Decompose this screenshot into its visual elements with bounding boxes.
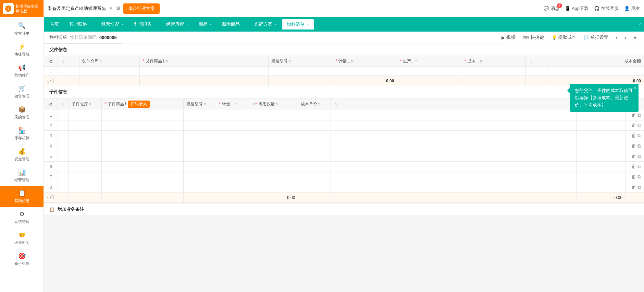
nav-close-all[interactable]: × <box>637 22 643 27</box>
child-cell-price[interactable] <box>298 172 331 182</box>
child-cell-spec[interactable] <box>183 110 216 120</box>
child-cell-qty[interactable] <box>249 182 298 192</box>
child-cell-warehouse[interactable] <box>69 151 102 162</box>
tab-add-goods[interactable]: 新增商品 × <box>217 19 249 30</box>
child-cell-goods[interactable] <box>101 162 183 172</box>
app-download-item[interactable]: 📱 App下载 <box>565 5 589 12</box>
tab-goods[interactable]: 商品 × <box>194 19 216 30</box>
child-cell-unit[interactable] <box>216 110 249 120</box>
child-cell-unit[interactable] <box>216 151 249 162</box>
video-btn[interactable]: ▶ 视频 <box>499 33 517 42</box>
child-cell-price[interactable] <box>298 182 331 192</box>
child-cell-price[interactable] <box>298 120 331 131</box>
sidebar-item-collab[interactable]: 🤝 企业协同 <box>0 228 44 249</box>
child-cell-spec[interactable] <box>183 151 216 162</box>
sidebar-item-quicknav[interactable]: ⚡ 快捷导航 <box>0 39 44 60</box>
child-cell-qty[interactable] <box>249 151 298 162</box>
parent-cell-spec[interactable] <box>268 67 333 76</box>
sidebar-item-basic[interactable]: 📋 基础信息 <box>0 186 44 207</box>
child-cell-spec[interactable] <box>183 120 216 131</box>
child-cell-unit[interactable] <box>216 182 249 192</box>
child-cell-goods[interactable] <box>101 172 183 182</box>
child-cell-goods[interactable] <box>101 151 183 162</box>
th-parent-settings[interactable]: ⚙ <box>44 56 58 67</box>
copy-icon[interactable]: ⧉ <box>637 133 641 139</box>
child-cell-goods[interactable] <box>101 182 183 192</box>
breadcrumb-bom[interactable]: 物料清单 <box>49 34 67 40</box>
sidebar-item-guide[interactable]: 🎯 新手引导 <box>0 249 44 270</box>
child-cell-qty[interactable] <box>249 141 298 151</box>
child-cell-unit[interactable] <box>216 141 249 151</box>
tab-goods-close[interactable]: × <box>210 22 212 26</box>
child-cell-unit[interactable] <box>216 120 249 131</box>
extract-cost-btn[interactable]: 💡 提取成本 <box>549 33 578 42</box>
tab-history-close[interactable]: × <box>186 22 188 26</box>
tab-history[interactable]: 经营历程 × <box>161 19 193 30</box>
child-cell-spec[interactable] <box>183 182 216 192</box>
scan-button[interactable]: 扫码录入 <box>128 101 150 108</box>
parent-cell-cost[interactable] <box>461 67 526 76</box>
tab-operations[interactable]: 经营情况 × <box>97 19 128 30</box>
child-cell-qty[interactable] <box>249 110 298 120</box>
copy-icon[interactable]: ⧉ <box>637 122 641 128</box>
sidebar-item-finance[interactable]: 💰 资金管理 <box>0 144 44 165</box>
child-cell-warehouse[interactable] <box>69 120 102 131</box>
copy-icon[interactable]: ⧉ <box>637 143 641 149</box>
child-cell-price[interactable] <box>298 162 331 172</box>
child-cell-warehouse[interactable] <box>69 110 102 120</box>
delete-icon[interactable]: 🗑 <box>631 164 636 170</box>
child-cell-price[interactable] <box>298 151 331 162</box>
child-cell-spec[interactable] <box>183 131 216 141</box>
parent-cell-unit[interactable] <box>333 67 397 76</box>
copy-icon[interactable]: ⧉ <box>637 112 641 118</box>
tab-ops-close[interactable]: × <box>121 22 123 26</box>
single-settings-btn[interactable]: 📄 单据设置 <box>582 33 610 42</box>
tab-customer[interactable]: 客户联络 × <box>64 19 96 30</box>
sidebar-item-search[interactable]: 🔍 搜索菜单 <box>0 19 44 39</box>
child-cell-warehouse[interactable] <box>69 141 102 151</box>
tab-barcode-close[interactable]: × <box>274 22 276 26</box>
child-cell-qty[interactable] <box>249 120 298 131</box>
copy-icon[interactable]: ⧉ <box>637 174 641 180</box>
grid-view-btn[interactable]: ≡ <box>632 34 639 41</box>
th-child-settings[interactable]: ⚙ <box>44 98 58 110</box>
sidebar-item-system[interactable]: ⚙ 系统管理 <box>0 207 44 228</box>
parent-cell-goods[interactable] <box>140 67 269 76</box>
child-cell-goods[interactable] <box>101 120 183 131</box>
child-cell-warehouse[interactable] <box>69 182 102 192</box>
delete-icon[interactable]: 🗑 <box>631 133 636 139</box>
child-cell-price[interactable] <box>298 110 331 120</box>
next-btn[interactable]: › <box>623 34 628 41</box>
online-service-item[interactable]: 🎧 在线客服 <box>594 5 619 12</box>
child-cell-unit[interactable] <box>216 131 249 141</box>
tab-customer-close[interactable]: × <box>89 22 91 26</box>
child-cell-qty[interactable] <box>249 162 298 172</box>
sidebar-item-purchase[interactable]: 📦 采购管理 <box>0 102 44 123</box>
child-cell-spec[interactable] <box>183 172 216 182</box>
child-cell-warehouse[interactable] <box>69 162 102 172</box>
sidebar-item-marketing[interactable]: 📢 营销推广 <box>0 60 44 81</box>
child-cell-qty[interactable] <box>249 172 298 182</box>
system-dropdown-icon[interactable]: ▼ <box>109 6 113 11</box>
settings-icon[interactable]: ⚙ <box>116 5 121 12</box>
delete-icon[interactable]: 🗑 <box>631 112 636 118</box>
copy-icon[interactable]: ⧉ <box>637 184 641 190</box>
tooltip-close-btn[interactable]: × <box>634 85 636 92</box>
child-cell-spec[interactable] <box>183 141 216 151</box>
tab-bom-close[interactable]: × <box>307 22 309 26</box>
tab-addgoods-close[interactable]: × <box>242 22 244 26</box>
parent-cell-produce[interactable] <box>397 67 461 76</box>
tab-barcode[interactable]: 条码方案 × <box>250 19 281 30</box>
delete-icon[interactable]: 🗑 <box>631 174 636 180</box>
child-cell-warehouse[interactable] <box>69 172 102 182</box>
delete-icon[interactable]: 🗑 <box>631 184 636 190</box>
sidebar-item-inventory[interactable]: 🏪 库存核算 <box>0 123 44 144</box>
child-cell-price[interactable] <box>298 131 331 141</box>
child-cell-warehouse[interactable] <box>69 131 102 141</box>
tab-bom[interactable]: 物料清单 × <box>282 19 313 30</box>
child-cell-price[interactable] <box>298 141 331 151</box>
tab-profit[interactable]: 利润报告 × <box>129 19 161 30</box>
delete-icon[interactable]: 🗑 <box>631 122 636 128</box>
child-cell-qty[interactable] <box>249 131 298 141</box>
child-cell-goods[interactable] <box>101 110 183 120</box>
